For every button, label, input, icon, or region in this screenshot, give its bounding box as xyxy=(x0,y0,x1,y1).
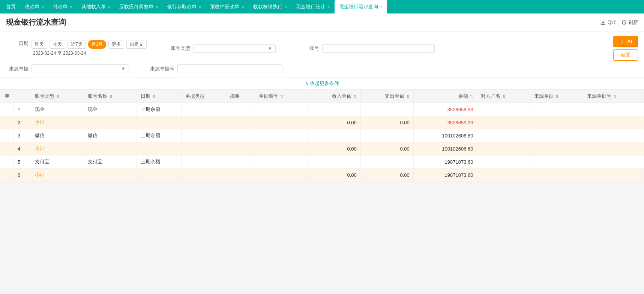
td-doc-no-3 xyxy=(255,129,308,142)
th-account-type[interactable]: 账号类型 ⇅ xyxy=(31,90,84,103)
date-custom[interactable]: 自定义 xyxy=(126,40,147,49)
td-account-type-3: 微信 xyxy=(31,129,84,142)
th-summary-label: 摘要 xyxy=(230,93,240,99)
nav-bank-deposit-close[interactable]: × xyxy=(199,4,201,9)
td-date-4 xyxy=(137,142,182,155)
td-counterparty-4 xyxy=(477,142,530,155)
th-doc-no[interactable]: 单据编号 ⇅ xyxy=(255,90,308,103)
collapse-bar[interactable]: ∧ 收起更多条件 xyxy=(0,78,644,90)
td-counterparty-6 xyxy=(477,169,530,182)
nav-cash-flow[interactable]: 现金银行流水查询 × xyxy=(335,0,387,13)
td-source-doc-no-3 xyxy=(583,129,644,142)
td-income-5 xyxy=(308,155,360,169)
export-icon xyxy=(600,20,606,25)
td-income-6: 0.00 xyxy=(308,169,360,182)
td-balance-4: 100102606.60 xyxy=(413,142,477,155)
date-7days[interactable]: 近7天 xyxy=(68,40,86,49)
settings-icon[interactable] xyxy=(4,93,10,98)
td-summary-4 xyxy=(226,142,255,155)
sort-counterparty-icon: ⇅ xyxy=(503,94,506,98)
ai-button[interactable]: Ai xyxy=(623,36,636,46)
date-more[interactable]: 更多 xyxy=(108,40,124,49)
nav-adjustment[interactable]: 应收应付调整单 × xyxy=(115,0,162,13)
nav-payment-close[interactable]: × xyxy=(70,4,72,9)
td-date-1: 上期余额 xyxy=(137,103,182,116)
date-options: 昨天 今天 近7天 近1月 更多 自定义 xyxy=(32,40,147,49)
th-doc-type-label: 单据类型 xyxy=(185,93,205,99)
account-type-select[interactable]: ▼ xyxy=(193,44,276,53)
account-label: 账号 xyxy=(297,45,319,52)
nav-bank-deposit[interactable]: 银行存取款单 × xyxy=(163,0,206,13)
td-doc-no-1 xyxy=(255,103,308,116)
header-actions: 导出 刷新 xyxy=(600,19,638,26)
nav-cash-stats-close[interactable]: × xyxy=(327,4,330,9)
th-date[interactable]: 日期 ⇅ xyxy=(137,90,182,103)
date-filter-group: 日期 昨天 今天 近7天 近1月 更多 自定义 2023-02-24 至 202… xyxy=(6,40,147,57)
td-checkbox-2 xyxy=(0,116,14,129)
td-source-doc-6 xyxy=(530,169,583,182)
th-income[interactable]: 收入金额 ⇅ xyxy=(308,90,360,103)
settings-button[interactable]: 设置 xyxy=(613,49,638,61)
nav-collect-exec[interactable]: 收款核销执行 × xyxy=(249,0,291,13)
nav-receipt-close[interactable]: × xyxy=(42,4,44,9)
export-button[interactable]: 导出 xyxy=(600,19,617,26)
nav-other-income-close[interactable]: × xyxy=(108,4,110,9)
nav-pre-receipt[interactable]: 预收冲应收单 × xyxy=(206,0,248,13)
td-account-type-6: 小计 xyxy=(31,169,84,182)
td-source-doc-1 xyxy=(530,103,583,116)
td-index-2: 2 xyxy=(14,116,31,129)
th-balance[interactable]: 余额 ⇅ xyxy=(413,90,477,103)
export-label: 导出 xyxy=(607,19,617,26)
account-more-dots[interactable]: ··· xyxy=(425,46,432,51)
th-expense[interactable]: 支出金额 ⇅ xyxy=(360,90,413,103)
nav-cash-flow-close[interactable]: × xyxy=(380,4,383,9)
nav-receipt[interactable]: 收款单 × xyxy=(20,0,48,13)
nav-cash-stats[interactable]: 现金银行统计 × xyxy=(291,0,334,13)
sort-income-icon: ⇅ xyxy=(354,94,357,98)
td-doc-type-3 xyxy=(182,129,226,142)
table-row: 3 微信 微信 上期余额 100102606.60 xyxy=(0,129,644,142)
nav-other-income-label: 其他收入单 xyxy=(81,3,106,10)
nav-pre-receipt-close[interactable]: × xyxy=(242,4,244,9)
td-checkbox-5 xyxy=(0,155,14,169)
nav-collect-exec-close[interactable]: × xyxy=(285,4,287,9)
source-doc-label: 来源单据 xyxy=(6,66,29,72)
refresh-button[interactable]: 刷新 xyxy=(621,19,638,26)
top-nav: 首页 收款单 × 付款单 × 其他收入单 × 应收应付调整单 × 银行存取款单 … xyxy=(0,0,644,13)
th-account-name-label: 账号名称 xyxy=(88,93,107,99)
td-date-3: 上期余额 xyxy=(137,129,182,142)
td-source-doc-no-6 xyxy=(583,169,644,182)
nav-adjustment-close[interactable]: × xyxy=(156,4,158,9)
refresh-label: 刷新 xyxy=(628,19,638,26)
td-checkbox-3 xyxy=(0,129,14,142)
td-index-5: 5 xyxy=(14,155,31,169)
account-input[interactable] xyxy=(326,46,425,51)
nav-cash-flow-label: 现金银行流水查询 xyxy=(339,3,378,10)
td-balance-3: 100102606.60 xyxy=(413,129,477,142)
th-account-name[interactable]: 账号名称 ⇅ xyxy=(84,90,137,103)
nav-bank-deposit-label: 银行存取款单 xyxy=(167,3,197,10)
td-index-6: 6 xyxy=(14,169,31,182)
td-account-name-2 xyxy=(84,116,137,129)
source-doc-select[interactable]: ▼ xyxy=(32,64,129,73)
date-yesterday[interactable]: 昨天 xyxy=(32,40,47,49)
nav-receipt-label: 收款单 xyxy=(25,3,39,10)
td-expense-1 xyxy=(360,103,413,116)
th-source-doc-no[interactable]: 来源单据号 ⇅ xyxy=(583,90,644,103)
sort-account-name-icon: ⇅ xyxy=(110,94,113,98)
td-account-type-5: 支付宝 xyxy=(31,155,84,169)
td-expense-4: 0.00 xyxy=(360,142,413,155)
th-source-doc[interactable]: 来源单据 ⇅ xyxy=(530,90,583,103)
th-counterparty[interactable]: 对方户名 ⇅ xyxy=(477,90,530,103)
date-today[interactable]: 今天 xyxy=(50,40,65,49)
td-source-doc-no-1 xyxy=(583,103,644,116)
nav-payment[interactable]: 付款单 × xyxy=(48,0,77,13)
nav-other-income[interactable]: 其他收入单 × xyxy=(77,0,115,13)
date-1month[interactable]: 近1月 xyxy=(88,40,107,49)
nav-home[interactable]: 首页 xyxy=(2,0,20,13)
table-row: 2 小计 0.00 0.00 -3528659.33 xyxy=(0,116,644,129)
source-doc-filter: 来源单据 ▼ xyxy=(6,64,129,73)
th-expense-label: 支出金额 xyxy=(385,93,404,99)
source-doc-no-input[interactable] xyxy=(177,64,282,73)
td-doc-type-4 xyxy=(182,142,226,155)
